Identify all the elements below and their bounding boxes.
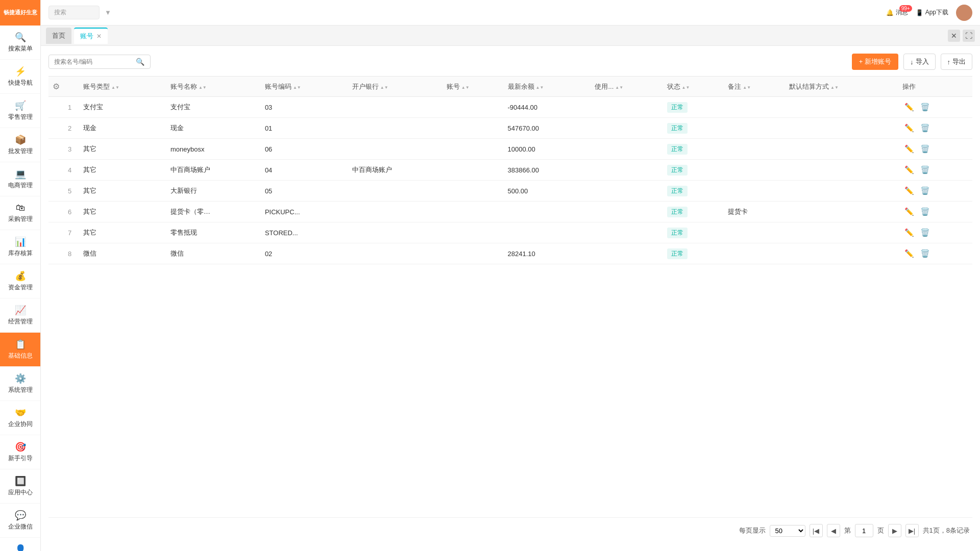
sidebar-item-search-menu[interactable]: 🔍搜索菜单 (0, 26, 40, 60)
row-account-type-1: 现金 (79, 118, 166, 139)
sidebar-item-finance-mgmt[interactable]: 💰资金管理 (0, 264, 40, 298)
row-action-3: ✏️ 🗑️ (898, 160, 972, 181)
table-row: 2 现金 现金 01 547670.00 正常 ✏️ 🗑️ (48, 118, 972, 139)
row-num-6: 7 (64, 222, 79, 243)
sidebar-item-wholesale-mgmt[interactable]: 📦批发管理 (0, 128, 40, 162)
row-settlement-5 (785, 202, 898, 222)
export-button[interactable]: ↑ 导出 (941, 54, 973, 70)
row-account-name-1: 现金 (166, 118, 261, 139)
edit-btn-0[interactable]: ✏️ (902, 102, 916, 113)
account-table-wrap: ⚙ 账号类型▲▼ 账号名称▲▼ 账号编码▲▼ 开户银行 (48, 76, 972, 517)
row-account-name-7: 微信 (166, 243, 261, 264)
column-settings-icon[interactable]: ⚙ (53, 82, 60, 91)
col-remark-header[interactable]: 备注▲▼ (724, 77, 785, 97)
row-bank-3: 中百商场账户 (348, 160, 443, 181)
row-remark-0 (724, 97, 785, 118)
sort-icon: ▲▼ (380, 86, 388, 90)
last-page-btn[interactable]: ▶| (905, 524, 919, 537)
sidebar-item-basic-info[interactable]: 📋基础信息 (0, 333, 40, 367)
sidebar-label-shortcuts: 快捷导航 (3, 79, 38, 87)
sidebar-item-retail-mgmt[interactable]: 🛒零售管理 (0, 94, 40, 128)
sidebar-item-operations-mgmt[interactable]: 📈经营管理 (0, 298, 40, 333)
col-account-type-header[interactable]: 账号类型▲▼ (79, 77, 166, 97)
col-usage-header[interactable]: 使用...▲▼ (591, 77, 663, 97)
edit-btn-4[interactable]: ✏️ (902, 185, 916, 196)
row-bank-6 (348, 222, 443, 243)
sidebar-label-ecommerce-mgmt: 电商管理 (3, 181, 38, 190)
page-content: 🔍 + 新增账号 ↓ 导入 ↑ 导出 ⚙ (41, 46, 980, 551)
page-number-input[interactable] (855, 524, 873, 537)
sidebar-item-inventory[interactable]: 📊库存核算 (0, 230, 40, 264)
sort-icon: ▲▼ (461, 86, 470, 90)
sidebar-item-purchase-mgmt[interactable]: 🛍采购管理 (0, 196, 40, 230)
row-account-name-6: 零售抵现 (166, 222, 261, 243)
search-input[interactable] (54, 58, 136, 65)
row-status-2: 正常 (663, 139, 724, 160)
tab-close-btn[interactable]: ✕ (948, 30, 960, 42)
tab-account-close[interactable]: ✕ (96, 33, 102, 40)
sidebar-label-app-center: 应用中心 (3, 488, 38, 497)
status-badge: 正常 (667, 123, 688, 134)
sidebar-item-enterprise-wechat[interactable]: 💬企业微信 (0, 504, 40, 538)
row-account-no-6 (443, 222, 504, 243)
delete-btn-4[interactable]: 🗑️ (918, 185, 932, 196)
sidebar-item-chang-member[interactable]: 👤畅会员 (0, 538, 40, 551)
user-avatar[interactable] (956, 5, 972, 21)
first-page-btn[interactable]: |◀ (810, 524, 823, 537)
per-page-select[interactable]: 50 20 100 (770, 525, 805, 537)
delete-btn-2[interactable]: 🗑️ (918, 143, 932, 155)
sidebar-item-app-center[interactable]: 🔲应用中心 (0, 469, 40, 504)
row-usage-1 (591, 118, 663, 139)
edit-btn-6[interactable]: ✏️ (902, 227, 916, 238)
notification-button[interactable]: 🔔 消息 99+ (886, 8, 908, 17)
col-status-header[interactable]: 状态▲▼ (663, 77, 724, 97)
col-settlement-header[interactable]: 默认结算方式▲▼ (785, 77, 898, 97)
sidebar-icon-wholesale-mgmt: 📦 (3, 134, 38, 145)
edit-btn-3[interactable]: ✏️ (902, 164, 916, 176)
sidebar-item-enterprise-protocol[interactable]: 🤝企业协同 (0, 401, 40, 435)
next-page-btn[interactable]: ▶ (888, 524, 901, 537)
page-suffix: 页 (877, 526, 884, 535)
row-bank-4 (348, 181, 443, 202)
edit-btn-1[interactable]: ✏️ (902, 122, 916, 134)
sidebar-item-system-mgmt[interactable]: ⚙️系统管理 (0, 367, 40, 401)
add-account-button[interactable]: + 新增账号 (852, 54, 898, 70)
row-account-code-0: 03 (261, 97, 348, 118)
row-num-3: 4 (64, 160, 79, 181)
edit-btn-7[interactable]: ✏️ (902, 248, 916, 259)
prev-page-btn[interactable]: ◀ (827, 524, 840, 537)
col-account-name-header[interactable]: 账号名称▲▼ (166, 77, 261, 97)
delete-btn-5[interactable]: 🗑️ (918, 206, 932, 217)
sidebar-item-shortcuts[interactable]: ⚡快捷导航 (0, 60, 40, 94)
tab-account-label: 账号 (80, 32, 93, 41)
sidebar-item-newcomer-guide[interactable]: 🎯新手引导 (0, 435, 40, 469)
table-row: 4 其它 中百商场账户 04 中百商场账户 383866.00 正常 ✏️ 🗑️ (48, 160, 972, 181)
edit-btn-2[interactable]: ✏️ (902, 143, 916, 155)
import-button[interactable]: ↓ 导入 (903, 54, 936, 70)
tab-expand-btn[interactable]: ⛶ (963, 30, 975, 42)
delete-btn-3[interactable]: 🗑️ (918, 164, 932, 176)
col-account-no-header[interactable]: 账号▲▼ (443, 77, 504, 97)
sidebar-item-ecommerce-mgmt[interactable]: 💻电商管理 (0, 162, 40, 196)
row-account-no-1 (443, 118, 504, 139)
row-balance-4: 500.00 (504, 181, 591, 202)
app-download-button[interactable]: 📱 App下载 (916, 8, 948, 17)
row-action-6: ✏️ 🗑️ (898, 222, 972, 243)
tab-account[interactable]: 账号 ✕ (74, 28, 108, 44)
tab-home[interactable]: 首页 (46, 28, 71, 44)
col-balance-header[interactable]: 最新余额▲▼ (504, 77, 591, 97)
row-account-no-7 (443, 243, 504, 264)
delete-btn-1[interactable]: 🗑️ (918, 122, 932, 134)
col-account-code-header[interactable]: 账号编码▲▼ (261, 77, 348, 97)
delete-btn-0[interactable]: 🗑️ (918, 102, 932, 113)
sidebar-icon-finance-mgmt: 💰 (3, 270, 38, 282)
delete-btn-6[interactable]: 🗑️ (918, 227, 932, 238)
sort-icon: ▲▼ (830, 86, 839, 90)
row-remark-5: 提货卡 (724, 202, 785, 222)
row-settlement-7 (785, 243, 898, 264)
app-logo: 畅捷通好生意 (0, 0, 41, 26)
col-bank-header[interactable]: 开户银行▲▼ (348, 77, 443, 97)
delete-btn-7[interactable]: 🗑️ (918, 248, 932, 259)
top-header: 搜索 ▼ 🔔 消息 99+ 📱 App下载 (41, 0, 980, 26)
edit-btn-5[interactable]: ✏️ (902, 206, 916, 217)
